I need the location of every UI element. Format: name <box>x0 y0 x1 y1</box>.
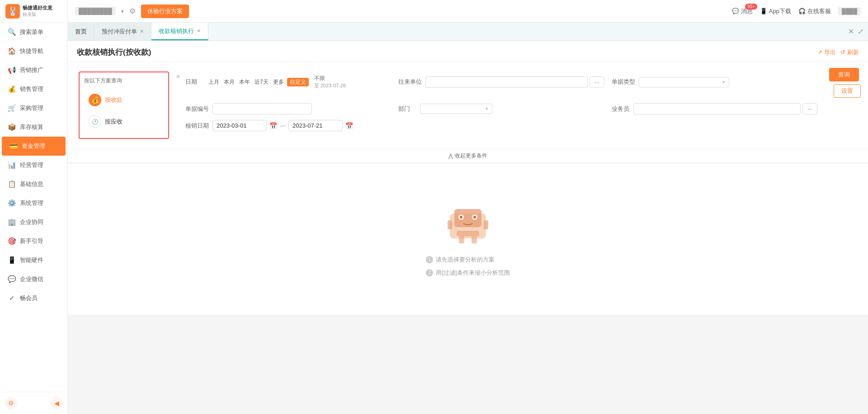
sidebar-item-sales[interactable]: 💰 销售管理 <box>0 80 67 99</box>
receivable-mode-icon: 🕐 <box>89 115 101 128</box>
empty-tip-row-1: 1 请先选择要分析的方案 <box>426 254 509 265</box>
query-mode-item-receivable[interactable]: 🕐 按应收 <box>84 112 164 132</box>
tip-num-2: 2 <box>426 269 433 276</box>
hardware-icon: 📱 <box>7 256 16 265</box>
shortcut-last-month[interactable]: 上月 <box>207 78 221 86</box>
filter-verify-date-field: 核销日期 📅 — 📅 <box>185 120 861 131</box>
topbar-gear-icon[interactable]: ⚙ <box>129 7 136 15</box>
search-icon: 🔍 <box>7 28 16 37</box>
member-icon: ✓ <box>7 294 16 303</box>
finance-icon: 💳 <box>9 142 18 151</box>
collapse-more-btn[interactable]: ⋀ 收起更多条件 <box>448 152 487 160</box>
query-mode-item-receipt[interactable]: 💰 按收款 <box>84 90 164 110</box>
bill-no-label: 单据编号 <box>185 105 209 113</box>
counterpart-input[interactable] <box>425 76 587 88</box>
staff-label: 业务员 <box>612 105 630 113</box>
filter-bill-type-field: 单据类型 ▾ <box>612 77 817 87</box>
filter-row-2: 单据编号 部门 ▾ 业务员 <box>185 103 861 114</box>
user-info[interactable]: ████ <box>838 7 861 15</box>
verify-date-start-input[interactable] <box>212 120 267 131</box>
filter-form: 日期 上月 本月 本年 近7天 更多 自定义 不限 至 <box>182 62 868 149</box>
staff-ellipsis-btn[interactable]: ··· <box>802 103 817 114</box>
filter-settings-btn[interactable]: 设置 <box>834 84 861 98</box>
collapse-panel-btn[interactable]: » <box>175 71 182 81</box>
sidebar-item-search[interactable]: 🔍 搜索菜单 <box>0 23 67 42</box>
dept-label: 部门 <box>398 105 416 113</box>
collapse-chevron-icon: ⋀ <box>448 153 453 159</box>
bill-no-input[interactable] <box>212 103 312 114</box>
sidebar-item-member[interactable]: ✓ 畅会员 <box>0 289 67 308</box>
shortcut-this-year[interactable]: 本年 <box>238 78 251 86</box>
sidebar-item-purchase[interactable]: 🛒 采购管理 <box>0 99 67 118</box>
close-window-btn[interactable]: ✕ <box>848 27 854 36</box>
settings-icon[interactable]: ⚙ <box>5 397 17 409</box>
verify-date-label: 核销日期 <box>185 122 209 130</box>
sidebar-item-quick-nav[interactable]: 🏠 快捷导航 <box>0 42 67 61</box>
online-service-btn[interactable]: 🎧 在线客服 <box>798 7 831 15</box>
bill-type-select[interactable]: ▾ <box>639 77 729 87</box>
export-btn[interactable]: ↗ 导出 <box>817 48 836 57</box>
quicknav-icon: 🏠 <box>7 47 16 56</box>
panel-and-collapse: 按以下方案查询 💰 按收款 🕐 按应收 » <box>68 62 182 149</box>
empty-tips: 1 请先选择要分析的方案 2 用[过滤]条件来缩小分析范围 <box>426 254 509 278</box>
sidebar-item-marketing[interactable]: 📢 营销推广 <box>0 61 67 80</box>
shortcut-more[interactable]: 更多 <box>272 78 285 86</box>
dept-dropdown-icon: ▾ <box>486 106 488 112</box>
tab-home[interactable]: 首页 <box>68 23 94 40</box>
empty-state-illustration <box>441 200 495 245</box>
shortcut-7days[interactable]: 近7天 <box>253 78 270 86</box>
date-label: 日期 <box>185 78 203 86</box>
expand-window-btn[interactable]: ⤢ <box>858 27 863 36</box>
tab-receipt-close-icon[interactable]: ✕ <box>197 28 201 34</box>
topbar-dropdown-icon[interactable]: ▾ <box>121 8 124 14</box>
sidebar-item-basic-info[interactable]: 📋 基础信息 <box>0 175 67 194</box>
tab-actions: ✕ ⤢ <box>844 23 868 40</box>
verify-date-end-cal-icon[interactable]: 📅 <box>345 122 353 129</box>
app-download-btn[interactable]: 📱 App下载 <box>760 7 791 15</box>
shortcut-custom[interactable]: 自定义 <box>287 78 309 86</box>
tab-home-label: 首页 <box>75 28 87 36</box>
filter-actions: 查询 设置 <box>825 66 861 98</box>
message-btn[interactable]: 💬 消息 99+ <box>732 7 753 15</box>
svg-rect-9 <box>459 236 464 243</box>
filter-section: 按以下方案查询 💰 按收款 🕐 按应收 » <box>68 62 868 163</box>
verify-date-end-input[interactable] <box>288 120 343 131</box>
sidebar-logo-text: 畅捷通好生意 标准版 <box>23 5 52 18</box>
sidebar-item-hardware[interactable]: 📱 智能硬件 <box>0 251 67 270</box>
sidebar-item-operation[interactable]: 📊 经营管理 <box>0 156 67 175</box>
solution-btn[interactable]: 休验行业方案 <box>141 5 189 18</box>
purchase-icon: 🛒 <box>7 104 16 113</box>
sidebar-item-wechat[interactable]: 💬 企业微信 <box>0 270 67 289</box>
tab-prepay-close-icon[interactable]: ✕ <box>140 29 144 34</box>
tip-num-1: 1 <box>426 256 433 263</box>
refresh-icon: ↺ <box>840 49 845 56</box>
counterpart-ellipsis-btn[interactable]: ··· <box>590 76 604 88</box>
sidebar-item-inventory[interactable]: 📦 库存核算 <box>0 118 67 137</box>
sidebar-item-finance[interactable]: 💳 资金管理 <box>2 137 66 156</box>
sidebar-item-guide[interactable]: 🎯 新手引导 <box>0 232 67 251</box>
marketing-icon: 📢 <box>7 66 16 75</box>
tab-prepay[interactable]: 预付冲应付单 ✕ <box>94 23 151 40</box>
filter-bill-no-field: 单据编号 <box>185 103 391 114</box>
tab-prepay-label: 预付冲应付单 <box>102 28 137 36</box>
svg-point-4 <box>460 216 462 219</box>
tab-receipt[interactable]: 收款核销执行 ✕ <box>151 23 208 40</box>
shortcut-this-month[interactable]: 本月 <box>222 78 236 86</box>
query-btn[interactable]: 查询 <box>829 68 859 81</box>
verify-date-start-cal-icon[interactable]: 📅 <box>269 122 277 129</box>
refresh-btn[interactable]: ↺ 刷新 <box>840 48 859 57</box>
staff-input[interactable] <box>633 103 801 114</box>
guide-icon: 🎯 <box>7 237 16 246</box>
topbar: ████████ ▾ ⚙ 休验行业方案 💬 消息 99+ 📱 App下载 🎧 在… <box>68 0 868 23</box>
sidebar-menu: 🔍 搜索菜单 🏠 快捷导航 📢 营销推广 💰 销售管理 🛒 采购管理 📦 库存核… <box>0 23 67 392</box>
svg-rect-6 <box>457 231 479 236</box>
sidebar-logo: 🐰 畅捷通好生意 标准版 <box>0 0 67 23</box>
filter-body: 按以下方案查询 💰 按收款 🕐 按应收 » <box>68 62 868 149</box>
verify-date-separator: — <box>280 122 286 129</box>
collapse-sidebar-btn[interactable]: ◀ <box>50 397 63 409</box>
sidebar-item-system[interactable]: ⚙️ 系统管理 <box>0 194 67 213</box>
empty-tip-row-2: 2 用[过滤]条件来缩小分析范围 <box>426 267 509 278</box>
counterpart-label: 往来单位 <box>398 78 422 86</box>
sidebar-item-enterprise[interactable]: 🏢 企业协同 <box>0 213 67 232</box>
dept-select[interactable]: ▾ <box>420 104 492 114</box>
